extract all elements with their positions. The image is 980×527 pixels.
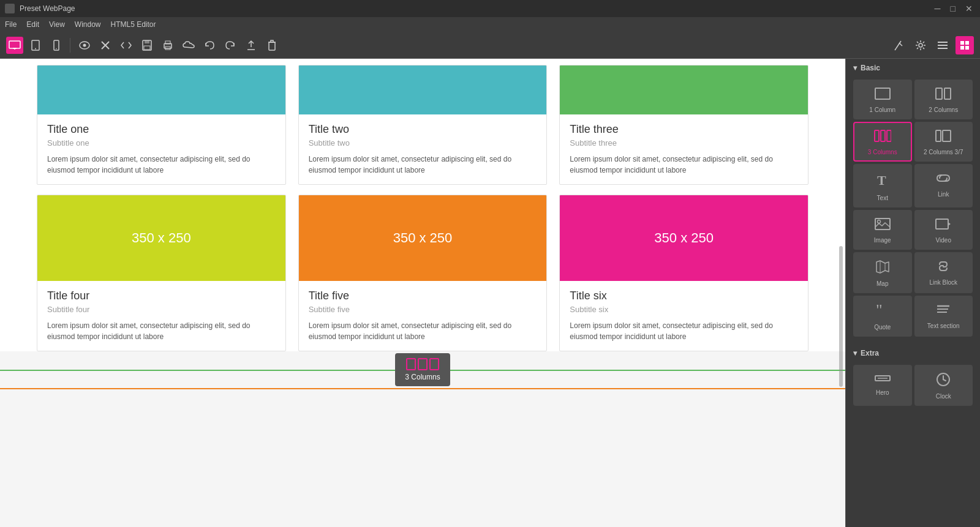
save-button[interactable]	[138, 36, 156, 54]
toolbar-right	[889, 36, 974, 54]
menu-file[interactable]: File	[5, 20, 17, 29]
title-bar: Preset WebPage ─ □ ✕	[0, 0, 980, 17]
card-2-image	[299, 65, 547, 114]
preview-button[interactable]	[75, 36, 94, 54]
svg-text:T: T	[877, 173, 886, 188]
basic-panel-grid: 1 Column 2 Columns 3 Columns	[846, 77, 980, 344]
card-2: Title two Subtitle two Lorem ipsum dolor…	[298, 65, 548, 185]
svg-rect-29	[965, 46, 969, 50]
menu-view[interactable]: View	[49, 20, 65, 29]
panel-item-quote[interactable]: " Quote	[853, 296, 912, 337]
panel-item-hero[interactable]: Hero	[853, 365, 912, 406]
link-label: Link	[938, 191, 949, 198]
device-tablet[interactable]	[27, 37, 44, 54]
svg-point-8	[83, 43, 86, 47]
image-label: Image	[874, 237, 891, 244]
upload-button[interactable]	[242, 36, 260, 54]
svg-point-6	[56, 48, 57, 49]
card-4-text: Lorem ipsum dolor sit amet, consectetur …	[47, 320, 276, 342]
card-4: 350 x 250 Title four Subtitle four Lorem…	[37, 195, 286, 351]
drop-label-icon	[406, 358, 439, 370]
svg-rect-26	[960, 41, 964, 45]
panel-item-text[interactable]: T Text	[853, 164, 912, 207]
menu-edit[interactable]: Edit	[26, 20, 39, 29]
menu-button[interactable]	[933, 36, 952, 54]
redo-button[interactable]	[221, 36, 239, 54]
col-icon-2	[418, 358, 428, 370]
orange-divider	[0, 388, 845, 389]
svg-rect-30	[875, 88, 890, 99]
extra-section-header[interactable]: ▾ Extra	[846, 344, 980, 362]
panel-item-2col[interactable]: 2 Columns	[914, 80, 973, 119]
panel-item-linkblock[interactable]: Link Block	[914, 252, 973, 293]
panel-item-3col[interactable]: 3 Columns	[853, 122, 912, 162]
maximize-button[interactable]: □	[948, 4, 958, 13]
panel-item-textsection[interactable]: Text section	[914, 296, 973, 337]
menu-bar: File Edit View Window HTML5 Editor	[0, 17, 980, 32]
menu-window[interactable]: Window	[75, 20, 101, 29]
hero-icon	[874, 372, 891, 386]
card-5-subtitle: Subtitle five	[309, 305, 537, 314]
code-button[interactable]	[117, 36, 135, 54]
card-1-text: Lorem ipsum dolor sit amet, consectetur …	[47, 154, 276, 176]
panel-item-1col[interactable]: 1 Column	[853, 80, 912, 119]
select-button[interactable]	[96, 36, 115, 54]
card-3: Title three Subtitle three Lorem ipsum d…	[559, 65, 809, 185]
toolbar	[0, 32, 980, 59]
cards-grid-row2: 350 x 250 Title four Subtitle four Lorem…	[37, 195, 809, 351]
basic-section-header[interactable]: ▾ Basic	[846, 59, 980, 77]
device-desktop[interactable]	[6, 37, 23, 54]
card-3-subtitle: Subtitle three	[570, 138, 798, 148]
basic-section-arrow: ▾	[853, 64, 857, 72]
canvas-area[interactable]: Title one Subtitle one Lorem ipsum dolor…	[0, 59, 845, 527]
hero-label: Hero	[876, 389, 889, 396]
clock-label: Clock	[936, 393, 951, 400]
panel-item-map[interactable]: Map	[853, 252, 912, 293]
2col-icon	[935, 87, 952, 103]
device-mobile[interactable]	[48, 37, 65, 54]
1col-icon	[874, 87, 891, 103]
panel-item-video[interactable]: Video	[914, 210, 973, 250]
panel-item-link[interactable]: Link	[914, 164, 973, 207]
minimize-button[interactable]: ─	[932, 4, 943, 13]
card-1-title: Title one	[47, 123, 276, 136]
card-6-text: Lorem ipsum dolor sit amet, consectetur …	[570, 320, 798, 342]
main-layout: Title one Subtitle one Lorem ipsum dolor…	[0, 59, 980, 527]
svg-rect-32	[944, 88, 951, 99]
svg-rect-35	[887, 130, 891, 141]
extra-section-label: Extra	[861, 349, 879, 357]
panel-item-2col37[interactable]: 2 Columns 3/7	[914, 122, 973, 162]
drop-label-text: 3 Columns	[405, 373, 440, 381]
svg-rect-34	[881, 130, 885, 141]
textsection-label: Text section	[927, 323, 960, 329]
card-2-title: Title two	[309, 123, 537, 136]
card-4-subtitle: Subtitle four	[47, 305, 276, 314]
delete-button[interactable]	[263, 36, 281, 54]
cloud-button[interactable]	[179, 36, 198, 54]
card-4-title: Title four	[47, 290, 276, 302]
settings-button[interactable]	[911, 36, 930, 54]
card-4-image: 350 x 250	[37, 195, 285, 281]
drop-label: 3 Columns	[395, 353, 450, 386]
menu-html5editor[interactable]: HTML5 Editor	[111, 20, 156, 29]
svg-text:": "	[876, 303, 883, 318]
drop-zone[interactable]: 3 Columns	[0, 351, 845, 388]
svg-line-21	[899, 43, 902, 46]
panel-item-clock[interactable]: Clock	[914, 365, 973, 406]
3col-icon	[874, 129, 891, 145]
svg-rect-36	[936, 130, 941, 141]
print-button[interactable]	[159, 36, 177, 54]
svg-point-40	[877, 220, 880, 223]
card-1-image	[37, 65, 285, 114]
card-6-title: Title six	[570, 290, 798, 302]
map-icon	[874, 260, 891, 277]
svg-point-4	[35, 48, 36, 49]
grid-button[interactable]	[956, 36, 974, 54]
panel-item-image[interactable]: Image	[853, 210, 912, 250]
card-5: 350 x 250 Title five Subtitle five Lorem…	[298, 195, 548, 351]
pen-button[interactable]	[889, 36, 908, 54]
undo-button[interactable]	[200, 36, 219, 54]
scrollbar[interactable]	[839, 246, 843, 387]
close-button[interactable]: ✕	[963, 4, 975, 13]
card-5-text: Lorem ipsum dolor sit amet, consectetur …	[309, 320, 537, 342]
